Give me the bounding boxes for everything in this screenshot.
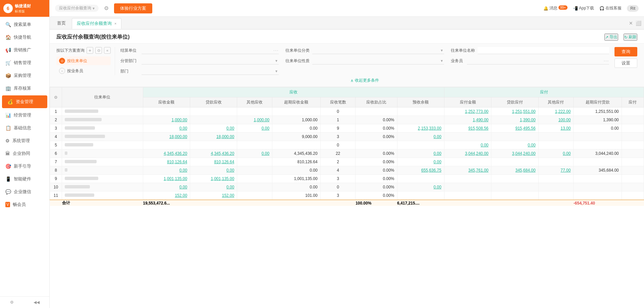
row-ar-other — [237, 141, 272, 149]
th-ap-amount: 应付金额 — [444, 97, 491, 107]
row-ar-prepay: 0.00 — [397, 149, 444, 158]
table-row: 5 0 0.00 0.00 — [50, 141, 644, 149]
topbar-cta-button[interactable]: 体验行业方案 — [114, 3, 152, 13]
view-by-partner[interactable]: ⊙ 按往来单位 — [56, 56, 111, 65]
row-ap-other — [538, 158, 574, 166]
row-ar-ratio: 0.00% — [356, 116, 397, 124]
topbar-user[interactable]: Rit — [627, 5, 639, 12]
row-ar-amount: 810,126.64 — [143, 158, 190, 166]
sidebar-item-wechat[interactable]: 💬 企业微信 — [0, 185, 49, 198]
view-by-salesman[interactable]: ○ 按业务员 — [56, 67, 111, 75]
row-no: 11 — [50, 191, 62, 200]
query-button[interactable]: 查询 — [614, 47, 637, 56]
system-icon: ⚙ — [5, 138, 10, 143]
sidebar-settings-btn[interactable]: ⚙ — [7, 299, 16, 306]
row-ar-other: 1,000.00 — [237, 116, 272, 124]
sidebar-item-inventory[interactable]: 🏢 库存核算 — [0, 82, 49, 95]
row-ap-amount — [444, 133, 491, 141]
managing-dept-label: 分管部门 — [120, 58, 139, 64]
filter-config-btn[interactable]: ⊙ — [95, 47, 102, 54]
page-title: 应收应付余额查询(按往来单位) — [56, 34, 130, 41]
row-ar-prepay: 0.00 — [397, 133, 444, 141]
row-ar-prepay: 0.00 — [397, 158, 444, 166]
tab-close-window-icon[interactable]: ✕ — [629, 20, 633, 26]
row-ap-other: 13.00 — [538, 124, 574, 133]
footer-ap-other — [538, 200, 574, 206]
row-ar-ratio: 0.00% — [356, 124, 397, 133]
tab-home[interactable]: 首页 — [52, 18, 70, 28]
filter-managing-dept: 分管部门 ▾ — [120, 57, 279, 64]
sidebar-item-hardware[interactable]: 📱 智能硬件 — [0, 173, 49, 185]
sidebar-label-shortcut: 快捷导航 — [14, 34, 31, 40]
sidebar-item-search[interactable]: 🔍 搜索菜单 — [0, 18, 49, 31]
row-ar-count: 4 — [320, 166, 356, 175]
row-ap-loan: 3,044,240.00 — [491, 149, 538, 158]
sidebar-item-shortcut[interactable]: 🏠 快捷导航 — [0, 31, 49, 44]
sidebar-item-operation[interactable]: 📊 经营管理 — [0, 109, 49, 122]
row-ap-amount: 915,508.56 — [444, 124, 491, 133]
tab-close-btn[interactable]: × — [114, 21, 116, 26]
row-ar-amount: 0.00 — [143, 183, 190, 191]
refresh-button[interactable]: ↻ 刷新 — [624, 34, 637, 41]
row-ap-col — [622, 191, 644, 200]
partner-name-label: 往来单位名称 — [451, 48, 475, 53]
member-icon: V — [5, 202, 10, 207]
row-partner — [62, 175, 143, 183]
sidebar-item-system[interactable]: ⚙ 系统管理 — [0, 134, 49, 147]
topbar-gear-icon[interactable]: ⚙ — [104, 5, 109, 11]
topbar-app-download[interactable]: 📲 App下载 — [573, 5, 594, 11]
settings-button[interactable]: 设置 — [614, 58, 637, 68]
row-ap-loan: 345,684.00 — [491, 166, 538, 175]
th-ap-loan: 贷款应付 — [491, 97, 538, 107]
logo-sub: 标准版 — [15, 9, 31, 14]
partner-category-select[interactable]: ▾ — [312, 47, 444, 54]
export-button[interactable]: ↗ 导出 — [604, 34, 618, 41]
row-ap-col — [622, 116, 644, 124]
page-header-btns: ↗ 导出 ↻ 刷新 — [604, 34, 637, 41]
topbar-notification[interactable]: 🔔 消息 99+ — [543, 5, 568, 11]
sidebar-item-finance[interactable]: 💰 资金管理 — [2, 95, 47, 108]
sidebar-item-member[interactable]: V 畅会员 — [0, 198, 49, 211]
tab-maximize-icon[interactable]: ⬜ — [636, 20, 641, 26]
sidebar-item-base[interactable]: 📋 基础信息 — [0, 122, 49, 134]
row-ap-overdue: 1,390.00 — [574, 116, 622, 124]
row-ar-loan: 1,001,135.00 — [190, 175, 237, 183]
partner-nature-select[interactable]: ▾ — [312, 57, 444, 64]
chevron-down-icon4: ▾ — [275, 69, 277, 74]
tab-ar-ap[interactable]: 应收应付余额查询 × — [72, 18, 121, 29]
notification-badge: 99+ — [558, 5, 568, 10]
footer-ap-amount — [444, 200, 491, 206]
page-header: 应收应付余额查询(按往来单位) ↗ 导出 ↻ 刷新 — [50, 30, 644, 44]
settlement-unit-input[interactable]: ··· — [142, 47, 279, 54]
table-row: 6 4,345,436.20 4,345,436.20 0.00 4,345,4… — [50, 149, 644, 158]
row-ap-overdue: 3,044,240.00 — [574, 149, 622, 158]
sidebar-item-purchase[interactable]: 📦 采购管理 — [0, 69, 49, 82]
partner-name-input[interactable] — [478, 47, 609, 54]
row-ar-amount: 4,345,436.20 — [143, 149, 190, 158]
sidebar-item-marketing[interactable]: 📢 营销推广 — [0, 44, 49, 56]
table-setting-icon[interactable]: ⚙ — [54, 95, 58, 100]
filter-collapse-more[interactable]: ∧ 收起更多条件 — [120, 78, 609, 83]
filter-add-btn[interactable]: + — [87, 47, 93, 54]
sidebar-collapse-btn[interactable]: ◀◀ — [31, 299, 42, 306]
managing-dept-select[interactable]: ▾ — [142, 57, 279, 64]
row-ar-other — [237, 175, 272, 183]
th-ar-other: 其他应收 — [237, 97, 272, 107]
footer-ar-amount: 19,553,472.6... — [143, 200, 190, 206]
sidebar-item-corp[interactable]: 🏛 企业协同 — [0, 147, 49, 160]
footer-empty — [50, 200, 62, 206]
topbar-online-service[interactable]: 🎧 在线客服 — [599, 5, 622, 11]
th-ar-ratio: 应收款占比 — [356, 97, 397, 107]
th-settings[interactable]: ⚙ — [50, 87, 62, 107]
sidebar-item-guide[interactable]: 🎯 新手引导 — [0, 160, 49, 173]
marketing-icon: 📢 — [5, 47, 11, 53]
chevron-down-icon: ▾ — [441, 48, 443, 53]
salesman-input[interactable]: ··· — [467, 57, 609, 64]
sidebar-label-purchase: 采购管理 — [14, 73, 31, 79]
filter-collapse-btn[interactable]: « — [104, 47, 111, 54]
row-ap-amount: 0.00 — [444, 141, 491, 149]
row-ar-other — [237, 107, 272, 116]
dept-select[interactable]: ▾ — [142, 68, 279, 75]
sidebar-item-sales[interactable]: 🛒 销售管理 — [0, 56, 49, 69]
row-ap-other: 100.00 — [538, 116, 574, 124]
